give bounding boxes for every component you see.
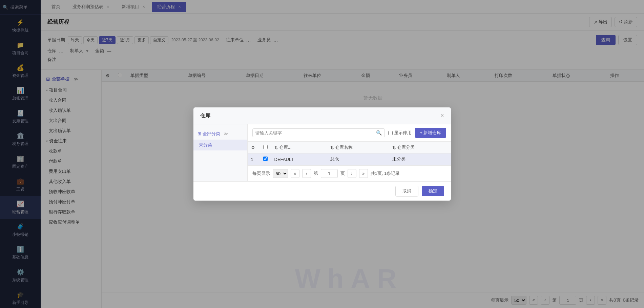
row-index: 1: [248, 153, 260, 165]
modal-last-page[interactable]: »: [359, 169, 368, 178]
modal-select-all[interactable]: [263, 145, 268, 149]
modal-pagination: 每页显示 50 « ‹ 第 页 › » 共1页, 1条记录: [248, 165, 451, 181]
modal-left-unclassified[interactable]: 未分类: [193, 140, 247, 150]
row-code: DEFAULT: [271, 153, 327, 165]
modal-table-header: ⚙ ⇅ 仓库...: [248, 142, 451, 153]
modal-total-text: 共1页, 1条记录: [371, 170, 400, 177]
modal-search-input[interactable]: [255, 130, 374, 136]
modal-first-page[interactable]: «: [291, 169, 299, 178]
row-checkbox[interactable]: [263, 157, 268, 161]
modal-table: ⚙ ⇅ 仓库...: [248, 142, 451, 165]
modal-th-gear[interactable]: ⚙: [248, 142, 260, 153]
modal-th-name: ⇅ 仓库名称: [327, 142, 389, 153]
modal-left-all-category: 全部分类: [203, 131, 220, 137]
modal-table-wrapper: ⚙ ⇅ 仓库...: [248, 142, 451, 165]
table-row[interactable]: 1 DEFAULT 总仓 未分类: [248, 153, 451, 165]
modal-left-collapse-icon[interactable]: ≫: [222, 130, 230, 137]
sort-icon-name: ⇅: [330, 145, 334, 150]
show-disabled-label[interactable]: 显示停用: [388, 130, 412, 136]
modal-close-button[interactable]: ×: [440, 112, 444, 119]
modal-overlay: 仓库 × ⊞ 全部分类 ≫ 未分类: [0, 0, 644, 308]
modal-next-page[interactable]: ›: [348, 169, 356, 178]
modal-right-panel: 🔍 显示停用 + 新增仓库 ⚙: [248, 124, 451, 181]
confirm-button[interactable]: 确定: [422, 186, 444, 196]
row-category: 未分类: [389, 153, 451, 165]
modal-toolbar: 🔍 显示停用 + 新增仓库: [248, 124, 451, 142]
warehouse-modal: 仓库 × ⊞ 全部分类 ≫ 未分类: [193, 107, 451, 201]
add-warehouse-button[interactable]: + 新增仓库: [415, 128, 446, 138]
modal-th-category: ⇅ 仓库分类: [389, 142, 451, 153]
row-checkbox-cell[interactable]: [260, 153, 271, 165]
modal-prev-page[interactable]: ‹: [302, 169, 311, 178]
modal-page-label: 页: [340, 170, 345, 177]
grid-icon-modal: ⊞: [198, 131, 201, 136]
modal-body: ⊞ 全部分类 ≫ 未分类 🔍: [193, 124, 451, 181]
modal-left-header[interactable]: ⊞ 全部分类 ≫: [193, 128, 247, 140]
modal-page-label-pre: 第: [314, 170, 318, 177]
row-name: 总仓: [327, 153, 389, 165]
sort-icon-category: ⇅: [392, 145, 396, 150]
modal-search-icon: 🔍: [376, 130, 382, 136]
sort-icon-code: ⇅: [274, 145, 278, 150]
cancel-button[interactable]: 取消: [395, 186, 418, 197]
modal-per-page-label: 每页显示: [252, 170, 270, 177]
modal-th-checkbox[interactable]: [260, 142, 271, 153]
modal-header: 仓库 ×: [193, 107, 451, 124]
modal-search-box: 🔍: [252, 128, 385, 137]
modal-footer: 取消 确定: [193, 181, 451, 201]
modal-title: 仓库: [200, 112, 210, 119]
modal-th-code: ⇅ 仓库...: [271, 142, 327, 153]
show-disabled-checkbox[interactable]: [388, 131, 393, 135]
modal-page-input[interactable]: [321, 169, 338, 178]
modal-left-panel: ⊞ 全部分类 ≫ 未分类: [193, 124, 248, 181]
modal-gear-icon: ⚙: [251, 145, 255, 150]
modal-per-page-select[interactable]: 50: [273, 169, 288, 178]
